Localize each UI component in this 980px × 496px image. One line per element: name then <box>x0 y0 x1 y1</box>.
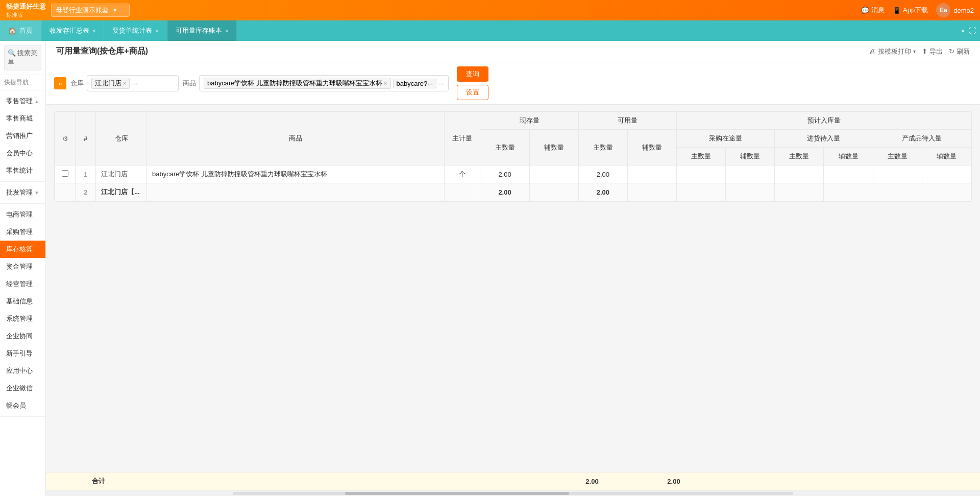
goods-more-icon[interactable]: ··· <box>438 80 444 87</box>
chevron-right-icon: » <box>58 80 62 87</box>
sidebar-item-inventory[interactable]: 库存核算 <box>0 241 45 258</box>
sidebar-item-member[interactable]: 会员中心 <box>0 145 45 162</box>
sidebar-item-zero-sales[interactable]: 零售管理 ▲ <box>0 92 45 110</box>
tab-close-receive-summary[interactable]: × <box>92 28 95 34</box>
sidebar-item-enterprise[interactable]: 企业协同 <box>0 327 45 345</box>
app-download-btn[interactable]: 📱 App下载 <box>893 6 928 15</box>
th-incoming-pending-main: 主数量 <box>775 148 824 166</box>
refresh-icon: ↻ <box>949 48 954 55</box>
fullscreen-icon[interactable]: ⛶ <box>969 27 976 35</box>
main-table: ⚙ # 仓库 商品 主计量 现存量 可用量 预计入库量 主数量 辅 <box>55 111 971 201</box>
settings-icon: ⚙ <box>62 135 68 143</box>
th-current-stock-group: 现存量 <box>480 112 578 130</box>
table-row: 1 江北门店 babycare学饮杯 儿童防摔防撞吸管杯重力球吸嘴杯宝宝水杯 个… <box>55 166 971 183</box>
footer-pur-tran-aux <box>776 473 817 490</box>
export-btn[interactable]: ⬆ 导出 <box>922 47 943 56</box>
row-2-inc-pend-aux <box>824 183 873 201</box>
row-2-current-main: 2.00 <box>480 183 529 201</box>
row-1-avail-main: 2.00 <box>578 166 627 183</box>
th-current-aux: 辅数量 <box>529 130 578 166</box>
table-area: ⚙ # 仓库 商品 主计量 现存量 可用量 预计入库量 主数量 辅 <box>46 105 980 472</box>
sidebar-item-operations[interactable]: 经营管理 <box>0 275 45 293</box>
industry-selector[interactable]: 母婴行业演示账套 ▾ <box>51 4 130 17</box>
main-layout: 🔍 搜索菜单 快捷导航 零售管理 ▲ 零售商城 营销推广 会员中心 零售统计 <box>0 41 980 496</box>
sidebar-item-app-center[interactable]: 应用中心 <box>0 362 45 380</box>
row-1-checkbox[interactable] <box>62 170 68 177</box>
refresh-btn[interactable]: ↻ 刷新 <box>949 47 970 56</box>
warehouse-label: 仓库 <box>70 79 84 88</box>
row-1-unit: 个 <box>445 166 480 183</box>
chevron-icon: ▲ <box>34 99 39 104</box>
remove-warehouse-tag[interactable]: × <box>123 80 126 86</box>
th-product-pending-aux: 辅数量 <box>922 148 971 166</box>
close-all-tabs-icon[interactable]: × <box>961 27 965 35</box>
sidebar-item-online-shop[interactable]: 零售商城 <box>0 110 45 127</box>
warehouse-input[interactable]: 江北门店 × ··· <box>87 75 179 91</box>
sidebar-item-retail-stats[interactable]: 零售统计 <box>0 162 45 179</box>
message-btn[interactable]: 💬 消息 <box>861 6 885 15</box>
th-incoming-pending-aux: 辅数量 <box>824 148 873 166</box>
footer-table: 合计 2.00 2.00 <box>46 473 980 490</box>
sidebar-item-wechat[interactable]: 企业微信 <box>0 380 45 397</box>
top-bar: 畅捷通好生意 标准版 母婴行业演示账套 ▾ 💬 消息 📱 App下载 Ea de… <box>0 0 980 20</box>
row-1-prod-pend-aux <box>922 166 971 183</box>
sidebar-item-basic-info[interactable]: 基础信息 <box>0 293 45 310</box>
footer-avail-aux <box>694 473 735 490</box>
tab-close-order-stats[interactable]: × <box>155 28 158 34</box>
sidebar-item-finance[interactable]: 资金管理 <box>0 258 45 275</box>
sidebar-item-system[interactable]: 系统管理 <box>0 310 45 327</box>
th-settings[interactable]: ⚙ <box>55 112 76 166</box>
horizontal-scrollbar[interactable] <box>46 490 980 496</box>
sidebar-item-vip[interactable]: 畅会员 <box>0 397 45 414</box>
row-2-pur-tran-aux <box>726 183 775 201</box>
page-actions: 🖨 按模板打印 ▾ ⬆ 导出 ↻ 刷新 <box>869 47 970 56</box>
footer-empty-check <box>46 473 66 490</box>
footer-current-aux <box>612 473 653 490</box>
row-2-current-aux <box>529 183 578 201</box>
row-2-avail-main: 2.00 <box>578 183 627 201</box>
tab-close-available-stock[interactable]: × <box>225 28 228 34</box>
sidebar-item-ecommerce[interactable]: 电商管理 <box>0 206 45 223</box>
th-warehouse: 仓库 <box>96 112 147 166</box>
sidebar-section-wholesale: 批发管理 ▼ <box>0 182 45 204</box>
sidebar-item-newbie[interactable]: 新手引导 <box>0 345 45 362</box>
sidebar-item-purchase[interactable]: 采购管理 <box>0 223 45 241</box>
goods-input[interactable]: babycare学饮杯 儿童防摔防撞吸管杯重力球吸嘴杯宝宝水杯 × babyca… <box>199 75 449 91</box>
tab-available-stock[interactable]: 可用量库存账本 × <box>167 20 237 41</box>
sidebar-quick-nav[interactable]: 快捷导航 <box>0 75 45 90</box>
warehouse-more-icon[interactable]: ··· <box>132 80 137 87</box>
th-available-main: 主数量 <box>578 130 627 166</box>
user-menu[interactable]: Ea demo2 <box>936 3 974 17</box>
search-menu-btn[interactable]: 🔍 搜索菜单 <box>4 45 41 70</box>
th-available-group: 可用量 <box>578 112 676 130</box>
goods-filter-group: 商品 babycare学饮杯 儿童防摔防撞吸管杯重力球吸嘴杯宝宝水杯 × bab… <box>183 75 449 91</box>
scrollbar-track <box>233 492 793 495</box>
template-print-btn[interactable]: 🖨 按模板打印 ▾ <box>869 47 916 56</box>
th-goods: 商品 <box>147 112 445 166</box>
filter-actions-col: 查询 设置 <box>457 66 488 100</box>
row-2-warehouse: 江北门店【... <box>96 183 147 201</box>
remove-goods-tag-1[interactable]: × <box>384 80 387 86</box>
tab-actions: × ⛶ <box>961 20 980 41</box>
th-product-pending-main: 主数量 <box>873 148 922 166</box>
th-available-aux: 辅数量 <box>627 130 676 166</box>
sidebar-section-ecommerce: 电商管理 采购管理 库存核算 资金管理 经营管理 基础信息 系统管理 企业协同 <box>0 204 45 417</box>
row-1-check[interactable] <box>55 166 76 183</box>
settings-btn[interactable]: 设置 <box>457 85 488 100</box>
row-2-goods <box>147 183 445 201</box>
tab-order-stats[interactable]: 要货单统计表 × <box>104 20 167 41</box>
avatar: Ea <box>936 3 950 17</box>
sidebar-item-marketing[interactable]: 营销推广 <box>0 127 45 145</box>
footer-inc-pend-main <box>817 473 857 490</box>
footer-prod-pend-main <box>898 473 939 490</box>
row-2-check[interactable] <box>55 183 76 201</box>
tab-receive-summary[interactable]: 收发存汇总表 × <box>41 20 104 41</box>
tab-home[interactable]: 🏠 首页 <box>0 20 41 41</box>
nav-tabs: 🏠 首页 收发存汇总表 × 要货单统计表 × 可用量库存账本 × × ⛶ <box>0 20 980 41</box>
scrollbar-thumb[interactable] <box>345 492 569 495</box>
expand-btn[interactable]: » <box>54 77 66 89</box>
sidebar-item-wholesale[interactable]: 批发管理 ▼ <box>0 184 45 201</box>
query-btn[interactable]: 查询 <box>457 66 488 82</box>
row-2-prod-pend-aux <box>922 183 971 201</box>
th-purchase-transit-aux: 辅数量 <box>726 148 775 166</box>
